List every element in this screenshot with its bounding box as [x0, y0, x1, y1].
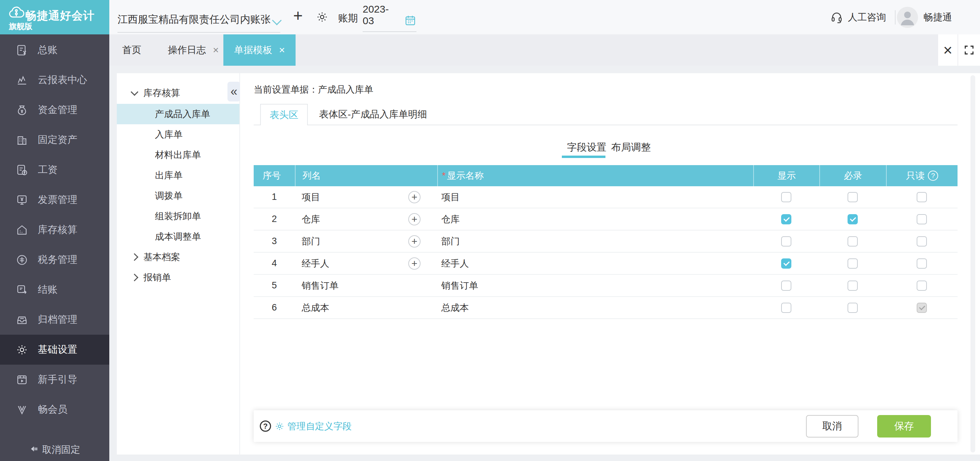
- current-document-label: 当前设置单据：产成品入库单: [254, 83, 373, 96]
- table-row: 5 销售订单+ 销售订单: [254, 275, 958, 297]
- required-asterisk: *: [442, 170, 446, 181]
- sidebar-item-closing[interactable]: 结账: [0, 275, 109, 305]
- display-name: 经手人: [437, 253, 753, 274]
- tab-body-area[interactable]: 表体区-产成品入库单明细: [319, 104, 427, 125]
- tree-item-transfer[interactable]: 调拨单: [117, 186, 239, 206]
- sidebar-item-ledger[interactable]: 总账: [0, 35, 109, 65]
- add-field-button[interactable]: +: [408, 258, 420, 270]
- app-logo[interactable]: 畅捷通好会计 旗舰版: [0, 0, 109, 34]
- tree-item-cost-adjustment[interactable]: 成本调整单: [117, 226, 239, 247]
- tree-group-basic-archives[interactable]: 基本档案: [117, 247, 239, 267]
- tab-label: 首页: [122, 44, 141, 57]
- row-seq: 2: [254, 208, 295, 230]
- sidebar-item-salary[interactable]: 工资: [0, 155, 109, 185]
- vertical-scrollbar[interactable]: [970, 75, 975, 453]
- close-all-tabs-button[interactable]: ×: [938, 34, 958, 66]
- required-checkbox[interactable]: [848, 303, 858, 313]
- sidebar-item-settings[interactable]: 基础设置: [0, 335, 109, 365]
- row-seq: 4: [254, 253, 295, 274]
- sidebar-item-cloud-reports[interactable]: 云报表中心: [0, 65, 109, 95]
- tree-item-receipt[interactable]: 入库单: [117, 124, 239, 145]
- sidebar-item-invoice[interactable]: 发票管理: [0, 185, 109, 215]
- manage-label: 管理自定义字段: [287, 420, 352, 432]
- period-value: 2023-03: [363, 3, 400, 27]
- column-name: 销售订单: [302, 280, 339, 292]
- unpin-sidebar-button[interactable]: 取消固定: [0, 443, 109, 456]
- help-icon[interactable]: ?: [928, 170, 938, 181]
- sidebar-item-tax[interactable]: 税务管理: [0, 245, 109, 275]
- account-set-selector[interactable]: 江西服宝精品有限责任公司内账张: [118, 0, 280, 33]
- tree-item-finished-goods-receipt[interactable]: 产成品入库单: [117, 104, 239, 124]
- show-checkbox[interactable]: [781, 236, 791, 246]
- settings-gear-icon[interactable]: [316, 11, 329, 25]
- required-checkbox[interactable]: [848, 214, 858, 224]
- tax-icon: [16, 254, 28, 266]
- readonly-checkbox[interactable]: [917, 281, 927, 291]
- tab-field-settings[interactable]: 字段设置: [567, 141, 606, 154]
- required-checkbox[interactable]: [848, 281, 858, 291]
- add-account-set-button[interactable]: +: [293, 8, 303, 24]
- show-checkbox[interactable]: [781, 192, 791, 202]
- row-seq: 5: [254, 275, 295, 296]
- topbar: 江西服宝精品有限责任公司内账张 + 账期 2023-03 人工咨询 畅捷通: [109, 0, 980, 34]
- row-seq: 6: [254, 297, 295, 318]
- tab-document-template[interactable]: 单据模板 ×: [223, 34, 296, 66]
- readonly-checkbox[interactable]: [917, 303, 927, 313]
- close-tab-icon[interactable]: ×: [213, 44, 219, 56]
- cancel-button[interactable]: 取消: [806, 415, 858, 437]
- funds-icon: [16, 104, 28, 116]
- column-name: 项目: [302, 191, 320, 203]
- add-field-button[interactable]: +: [408, 191, 420, 203]
- show-checkbox[interactable]: [781, 258, 791, 269]
- manage-custom-fields-link[interactable]: 管理自定义字段: [274, 420, 352, 432]
- sidebar-item-funds[interactable]: 资金管理: [0, 95, 109, 125]
- tab-layout-adjustment[interactable]: 布局调整: [611, 141, 651, 154]
- tab-label: 操作日志: [168, 44, 206, 57]
- sidebar-item-member[interactable]: 畅会员: [0, 394, 109, 424]
- readonly-checkbox[interactable]: [917, 236, 927, 246]
- user-menu[interactable]: 畅捷通: [897, 0, 952, 34]
- table-row: 1 项目+ 项目: [254, 186, 958, 208]
- column-header-seq: 序号: [254, 165, 295, 186]
- settings-gear-icon: [16, 343, 28, 356]
- readonly-checkbox[interactable]: [917, 192, 927, 202]
- tab-header-area[interactable]: 表头区: [260, 104, 308, 125]
- tab-label: 表体区-产成品入库单明细: [319, 108, 427, 121]
- period-picker[interactable]: 2023-03: [363, 0, 417, 32]
- tree-group-expense-claim[interactable]: 报销单: [117, 267, 239, 288]
- period-label: 账期: [338, 11, 358, 25]
- tab-operation-log[interactable]: 操作日志 ×: [168, 34, 219, 66]
- tree-group-inventory[interactable]: 库存核算: [117, 83, 239, 103]
- sidebar-item-label: 固定资产: [38, 133, 77, 147]
- help-icon[interactable]: ?: [260, 420, 271, 432]
- required-checkbox[interactable]: [848, 192, 858, 202]
- required-checkbox[interactable]: [848, 258, 858, 269]
- tab-home[interactable]: 首页: [122, 34, 141, 66]
- tree-item-material-issue[interactable]: 材料出库单: [117, 145, 239, 165]
- column-name: 仓库: [302, 213, 320, 226]
- column-header-name: 列名: [295, 165, 437, 186]
- tree-item-issue[interactable]: 出库单: [117, 165, 239, 186]
- save-button[interactable]: 保存: [877, 415, 931, 437]
- chevron-right-icon: [131, 253, 138, 261]
- show-checkbox[interactable]: [781, 303, 791, 313]
- close-tab-icon[interactable]: ×: [279, 44, 285, 56]
- tree-item-assembly[interactable]: 组装拆卸单: [117, 206, 239, 226]
- fullscreen-button[interactable]: [958, 34, 980, 66]
- readonly-checkbox[interactable]: [917, 258, 927, 269]
- sidebar-item-fixed-assets[interactable]: 固定资产: [0, 125, 109, 155]
- show-checkbox[interactable]: [781, 281, 791, 291]
- column-header-display-name: * 显示名称: [437, 165, 753, 186]
- add-field-button[interactable]: +: [408, 213, 420, 226]
- support-button[interactable]: 人工咨询: [830, 0, 886, 34]
- sidebar-item-archive[interactable]: 归档管理: [0, 305, 109, 335]
- required-checkbox[interactable]: [848, 236, 858, 246]
- calendar-icon: [404, 14, 417, 27]
- salary-icon: [16, 164, 28, 176]
- add-field-button[interactable]: +: [408, 235, 420, 248]
- show-checkbox[interactable]: [781, 214, 791, 224]
- sidebar-item-inventory[interactable]: 库存核算: [0, 215, 109, 245]
- readonly-checkbox[interactable]: [917, 214, 927, 224]
- template-tree-panel: « 库存核算 产成品入库单 入库单 材料出库单 出库单 调拨单 组装拆卸单 成本…: [117, 73, 239, 455]
- sidebar-item-guide[interactable]: 新手引导: [0, 365, 109, 394]
